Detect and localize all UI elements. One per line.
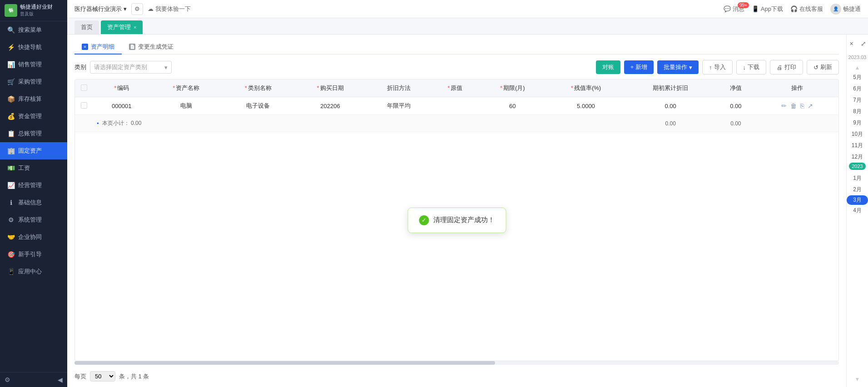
month-7[interactable]: 7月 (847, 94, 868, 106)
sidebar-icon-2: 📊 (7, 61, 15, 68)
app-download-label: App下载 (761, 5, 783, 13)
company-selector[interactable]: 医疗器械行业演示 ▾ (74, 5, 127, 13)
month-1[interactable]: 1月 (847, 173, 868, 184)
delete-icon[interactable]: 🗑 (790, 102, 797, 109)
cell-residual-rate: 5.0000 (546, 97, 625, 115)
subtotal-original: 0.00 (131, 120, 141, 126)
cell-original-value (432, 97, 479, 115)
cell-period: 60 (479, 97, 546, 115)
sidebar-label-6: 总账管理 (18, 129, 42, 138)
sidebar-icon-4: 📦 (7, 95, 15, 103)
settings-button[interactable]: ⚙ (131, 3, 143, 15)
tab-close-icon[interactable]: × (134, 25, 136, 30)
col-purchase-date: *购买日期 (294, 79, 367, 97)
sidebar-item-工资[interactable]: 💵 工资 (0, 159, 67, 177)
month-3-current[interactable]: 3月 (847, 195, 868, 205)
sidebar-item-应用中心[interactable]: 📱 应用中心 (0, 263, 67, 280)
collapse-sidebar-icon[interactable]: ◀ (58, 376, 63, 383)
month-5[interactable]: 5月 (847, 72, 868, 83)
sidebar-item-总账管理[interactable]: 📋 总账管理 (0, 125, 67, 142)
scrollbar-thumb[interactable] (74, 361, 495, 365)
right-panel-close-icon[interactable]: × (846, 38, 857, 49)
headset-icon: 🎧 (790, 5, 798, 12)
month-6[interactable]: 6月 (847, 83, 868, 94)
edit-icon[interactable]: ✏ (781, 102, 787, 109)
month-8[interactable]: 8月 (847, 106, 868, 117)
sidebar-item-系统管理[interactable]: ⚙ 系统管理 (0, 211, 67, 228)
sub-tab-asset-detail[interactable]: ≡ 资产明细 (74, 40, 122, 55)
sidebar-item-快捷导航[interactable]: ⚡ 快捷导航 (0, 39, 67, 56)
sidebar-icon-0: 🔍 (7, 26, 15, 34)
experience-label: 我要体验一下 (155, 5, 191, 13)
month-4[interactable]: 4月 (847, 205, 868, 216)
batch-button[interactable]: 批量操作 ▾ (657, 60, 699, 74)
app-download-button[interactable]: 📱 App下载 (752, 5, 783, 13)
sub-tab-voucher[interactable]: 📄 变更生成凭证 (122, 40, 181, 55)
online-service-label: 在线客服 (799, 5, 823, 13)
sidebar-item-搜索菜单[interactable]: 🔍 搜索菜单 (0, 21, 67, 39)
select-all-checkbox[interactable] (81, 84, 87, 91)
sub-tab-voucher-label: 变更生成凭证 (138, 43, 174, 51)
download-button[interactable]: ↓ 下载 (736, 60, 767, 74)
month-10[interactable]: 10月 (847, 129, 868, 140)
row-checkbox-cell[interactable] (75, 97, 93, 115)
sidebar-item-销售管理[interactable]: 📊 销售管理 (0, 56, 67, 73)
more-icon[interactable]: ↗ (808, 102, 813, 109)
topbar: 医疗器械行业演示 ▾ ⚙ ☁ 我要体验一下 💬 消息 99+ 📱 App下载 🎧… (67, 0, 868, 18)
reconcile-button[interactable]: 对账 (596, 60, 620, 74)
select-all-header[interactable] (75, 79, 93, 97)
add-button[interactable]: + 新增 (624, 60, 654, 74)
refresh-button[interactable]: ↺ 刷新 (807, 60, 839, 74)
sidebar-icon-5: 💰 (7, 113, 15, 120)
sidebar-item-资金管理[interactable]: 💰 资金管理 (0, 108, 67, 125)
row-checkbox[interactable] (81, 102, 87, 109)
sidebar-item-库存核算[interactable]: 📦 库存核算 (0, 90, 67, 108)
sidebar-item-固定资产[interactable]: 🏢 固定资产 (0, 142, 67, 159)
batch-dropdown-icon: ▾ (689, 64, 692, 71)
per-page-select[interactable]: 50 100 200 (90, 371, 115, 382)
right-panel-expand-icon[interactable]: ⤢ (858, 38, 868, 49)
month-12[interactable]: 12月 (847, 151, 868, 163)
tab-asset-management[interactable]: 资产管理 × (101, 20, 143, 34)
settings-footer-icon[interactable]: ⚙ (5, 376, 10, 383)
sidebar-icon-6: 📋 (7, 130, 15, 137)
import-button[interactable]: ↑ 导入 (702, 60, 733, 74)
category-filter[interactable]: 请选择固定资产类别 ▾ (90, 61, 172, 74)
tab-asset-label: 资产管理 (107, 23, 131, 31)
sidebar-item-采购管理[interactable]: 🛒 采购管理 (0, 73, 67, 90)
sidebar-nav: 🔍 搜索菜单 ⚡ 快捷导航 📊 销售管理 🛒 采购管理 📦 库存核算 💰 资金管… (0, 21, 67, 372)
sidebar-label-1: 快捷导航 (18, 43, 42, 51)
online-service-button[interactable]: 🎧 在线客服 (790, 5, 823, 13)
sidebar: 畅 畅捷通好业财 普及版 🔍 搜索菜单 ⚡ 快捷导航 📊 销售管理 🛒 采购管理… (0, 0, 67, 387)
sidebar-item-企业协同[interactable]: 🤝 企业协同 (0, 228, 67, 246)
tab-home[interactable]: 首页 (74, 20, 99, 34)
scroll-down-arrow[interactable]: ▼ (854, 375, 861, 383)
experience-button[interactable]: ☁ 我要体验一下 (148, 5, 191, 13)
horizontal-scrollbar[interactable] (74, 361, 839, 365)
cell-actions: ✏ 🗑 ⎘ ↗ (756, 97, 838, 115)
col-name: *资产名称 (150, 79, 222, 97)
sidebar-item-新手引导[interactable]: 🎯 新手引导 (0, 246, 67, 263)
cell-depreciation: 年限平均 (366, 97, 432, 115)
sidebar-footer: ⚙ ◀ (0, 372, 67, 387)
print-button[interactable]: 🖨 打印 (770, 60, 803, 74)
message-button[interactable]: 💬 消息 99+ (724, 5, 744, 13)
col-original-value: *原值 (432, 79, 479, 97)
sidebar-item-基础信息[interactable]: ℹ 基础信息 (0, 194, 67, 211)
cell-name: 电脑 (150, 97, 222, 115)
download-icon: 📱 (752, 5, 759, 12)
sidebar-label-0: 搜索菜单 (18, 26, 42, 34)
sidebar-label-7: 固定资产 (18, 147, 42, 155)
month-2[interactable]: 2月 (847, 184, 868, 195)
scroll-up-arrow[interactable]: ▲ (854, 64, 861, 72)
content-area: ≡ 资产明细 📄 变更生成凭证 类别 请选择固定资产类别 ▾ (67, 35, 868, 387)
month-9[interactable]: 9月 (847, 117, 868, 129)
sub-tab-asset-detail-label: 资产明细 (91, 43, 114, 51)
sidebar-item-经营管理[interactable]: 📈 经营管理 (0, 177, 67, 194)
month-11[interactable]: 11月 (847, 140, 868, 151)
import-icon: ↑ (709, 64, 712, 71)
user-menu[interactable]: 👤 畅捷通 (830, 4, 861, 15)
toolbar-right: 对账 + 新增 批量操作 ▾ ↑ 导入 ↓ 下载 (596, 60, 839, 74)
sidebar-icon-3: 🛒 (7, 78, 15, 85)
copy-icon[interactable]: ⎘ (800, 102, 804, 109)
